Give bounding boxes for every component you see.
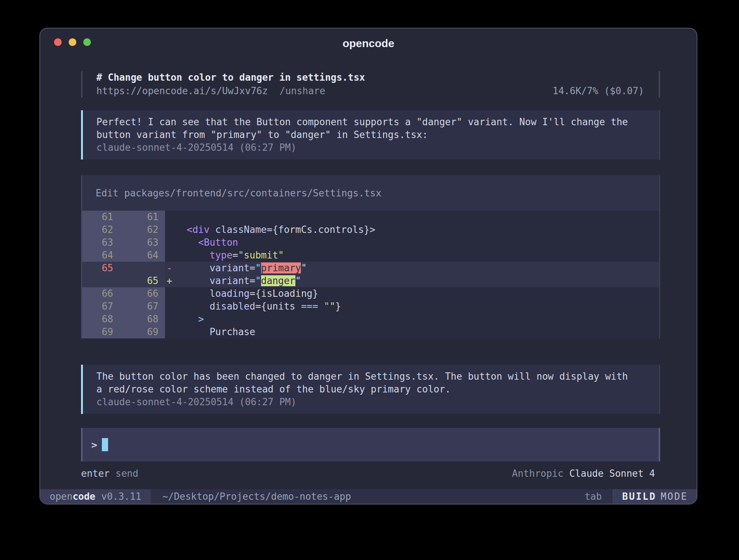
code-token: ={units [255, 301, 301, 312]
message-text: Perfect! I can see that the Button compo… [96, 116, 648, 141]
diff-code-line: variant="danger" [175, 275, 301, 287]
code-token: " [324, 301, 330, 312]
diff-line-number-old: 61 [82, 211, 122, 223]
code-token: loading [210, 288, 250, 299]
code-token [175, 314, 198, 325]
diff-row: 6868 > [82, 313, 659, 326]
share-url[interactable]: https://opencode.ai/s/UwJxv76z [96, 85, 268, 97]
hint-row: entersend AnthropicClaude Sonnet 4 [81, 467, 660, 480]
diff-gutter: 6969 [82, 326, 165, 338]
code-token: disabled [210, 301, 255, 312]
diff-view: 61616262 <div className={formCs.controls… [82, 211, 659, 338]
code-token [210, 224, 215, 235]
code-token [175, 262, 210, 273]
code-token: ={isLoading} [250, 288, 318, 299]
code-token: = [250, 262, 256, 273]
code-token: className [215, 224, 267, 235]
edit-tool-block: Edit packages/frontend/src/containers/Se… [81, 175, 660, 338]
assistant-message-2: The button color has been changed to dan… [81, 365, 660, 414]
edit-tool-title: Edit packages/frontend/src/containers/Se… [82, 175, 659, 211]
diff-gutter: 6767 [82, 300, 165, 313]
diff-row: 6161 [82, 211, 659, 223]
diff-change-marker [165, 249, 175, 262]
diff-gutter: 6666 [82, 287, 165, 300]
code-token: " [255, 262, 261, 273]
diff-line-number-old: 62 [82, 223, 122, 236]
code-token: === [301, 301, 318, 312]
code-token: " [255, 275, 261, 286]
diff-row: 6464 type="submit" [82, 249, 659, 262]
enter-key-hint: enter [81, 468, 110, 479]
code-token: = [233, 250, 238, 261]
diff-line-number-new: 66 [122, 287, 165, 300]
provider-name: Anthropic [512, 468, 563, 479]
message-meta: claude-sonnet-4-20250514 (06:27 PM) [96, 396, 648, 409]
diff-gutter: 6262 [82, 223, 165, 236]
diff-row: 6363 <Button [82, 236, 659, 249]
send-hint: entersend [81, 467, 138, 480]
session-header: # Change button color to danger in setti… [81, 71, 660, 97]
code-token [175, 288, 210, 299]
code-token: " [330, 301, 336, 312]
code-token: primary [261, 262, 301, 273]
send-action-hint: send [115, 468, 138, 479]
diff-change-marker [165, 223, 175, 236]
unshare-command: /unshare [280, 85, 325, 97]
zoom-button[interactable] [83, 38, 91, 46]
window-titlebar: opencode [40, 28, 697, 52]
code-token: " [238, 250, 244, 261]
diff-code-line: Purchase [175, 326, 255, 338]
token-usage: 14.6K/7% ($0.07) [553, 85, 644, 97]
diff-gutter: 6464 [82, 249, 165, 262]
diff-line-number-old: 65 [82, 262, 122, 275]
diff-row: 65+ variant="danger" [82, 275, 659, 287]
diff-line-number-new: 62 [122, 223, 165, 236]
window-title: opencode [40, 28, 697, 50]
desktop: { "window": { "title": "opencode" }, "tr… [0, 0, 739, 560]
diff-code-line: <Button [175, 236, 238, 249]
code-token [175, 250, 210, 261]
diff-change-marker [165, 313, 175, 326]
session-subheader: https://opencode.ai/s/UwJxv76z /unshare … [96, 85, 644, 97]
diff-code-line: > [175, 313, 204, 326]
app-version: v0.3.11 [101, 491, 141, 502]
mode-word-mode: MODE [660, 491, 688, 502]
code-token: ={formCs.controls}> [267, 224, 375, 235]
code-token [175, 237, 198, 248]
code-token [175, 301, 210, 312]
code-token: <div [187, 224, 210, 235]
diff-row: 6969 Purchase [82, 326, 659, 338]
code-token: variant [210, 275, 250, 286]
diff-row: 65- variant="primary" [82, 262, 659, 275]
code-token: variant [210, 262, 250, 273]
diff-row: 6767 disabled={units === ""} [82, 300, 659, 313]
diff-line-number-old: 63 [82, 236, 122, 249]
diff-line-number-old: 66 [82, 287, 122, 300]
diff-code-line: type="submit" [175, 249, 284, 262]
window-controls [54, 38, 91, 46]
code-token: " [295, 275, 301, 286]
code-token [175, 275, 210, 286]
close-button[interactable] [54, 38, 62, 46]
prompt-input[interactable]: > [81, 428, 660, 461]
model-indicator: AnthropicClaude Sonnet 4 [512, 467, 655, 480]
diff-line-number-new: 63 [122, 236, 165, 249]
code-token: } [335, 301, 341, 312]
diff-change-marker [165, 236, 175, 249]
message-text: The button color has been changed to dan… [96, 370, 648, 396]
diff-row: 6666 loading={isLoading} [82, 287, 659, 300]
diff-gutter: 6363 [82, 236, 165, 249]
working-directory: ~/Desktop/Projects/demo-notes-app [162, 491, 351, 502]
diff-line-number-new: 69 [122, 326, 165, 338]
diff-change-marker: + [165, 275, 175, 287]
diff-gutter: 65 [82, 275, 165, 287]
code-token: " [301, 262, 307, 273]
status-bar-right: tab BUILDMODE [585, 489, 697, 504]
tab-key-hint: tab [585, 491, 613, 502]
diff-code-line: <div className={formCs.controls}> [175, 223, 375, 236]
code-token [175, 326, 210, 337]
minimize-button[interactable] [69, 38, 76, 46]
text-cursor [102, 438, 108, 451]
diff-change-marker [165, 300, 175, 313]
status-bar: opencodev0.3.11 ~/Desktop/Projects/demo-… [40, 489, 697, 504]
